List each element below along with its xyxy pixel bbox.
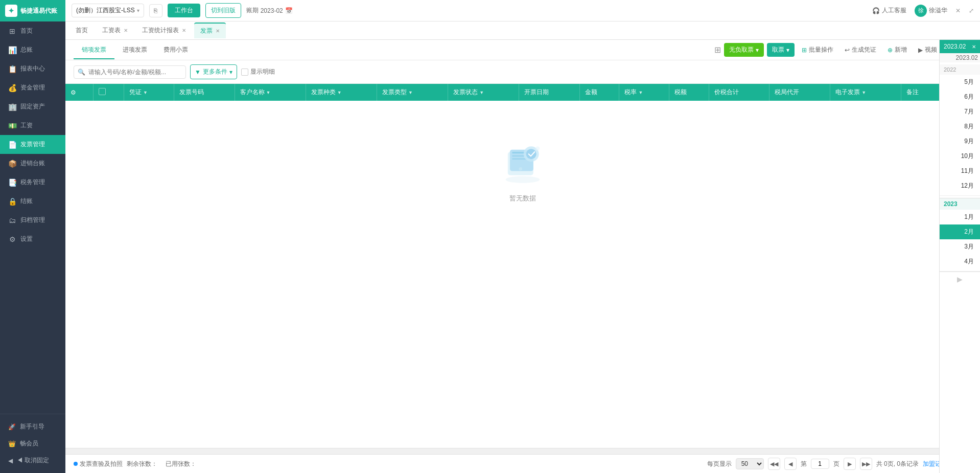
th-invoice-type-filter-icon[interactable]: ▼ [337,90,342,95]
search-toolbar: 🔍 ▼ 更多条件 ▾ 显示明细 [65,60,980,84]
sidebar-item-tax[interactable]: 📑 税务管理 [0,173,65,192]
video-button[interactable]: ▶ 视频 [914,43,941,56]
user-info[interactable]: 徐 徐溢华 [915,5,947,17]
month-2022-6[interactable]: 6月 [940,89,980,104]
close-date-panel-icon[interactable]: ✕ [972,44,976,50]
th-customer-filter-icon[interactable]: ▼ [266,90,271,95]
next-page-button[interactable]: ▶ [844,458,856,470]
take-ticket-button[interactable]: 取票 ▾ [767,43,795,57]
search-input[interactable] [74,65,186,79]
tab-home[interactable]: 首页 [69,23,94,38]
month-2023-1[interactable]: 1月 [940,210,980,224]
table-select-all-checkbox[interactable] [99,88,106,95]
horizontal-scrollbar[interactable] [65,448,980,454]
th-invoice-status-filter-icon[interactable]: ▼ [479,90,484,95]
prev-page-button[interactable]: ◀ [784,458,797,470]
first-page-button[interactable]: ◀◀ [768,458,780,470]
year-2023-section: 2023 1月 2月 3月 4月 [940,196,980,272]
sidebar-label-ledger: 总账 [20,46,33,54]
company-name: (勿删）江西股宝-LSS [76,6,135,15]
month-2022-10[interactable]: 10月 [940,149,980,164]
show-detail-toggle[interactable]: 显示明细 [241,67,275,76]
closing-icon: 🔒 [8,197,16,206]
th-tax: 税额 [669,84,709,101]
grid-view-icon[interactable]: ⊞ [714,45,721,55]
sidebar-label-funds: 资金管理 [20,83,45,92]
sidebar-item-purchase[interactable]: 📦 进销台账 [0,154,65,173]
no-cancel-ticket-button[interactable]: 无负取票 ▾ [724,43,764,57]
workspace-button[interactable]: 工作台 [168,4,200,17]
sidebar-item-home[interactable]: ⊞ 首页 [0,21,65,40]
tab-invoices-label: 发票 [200,27,213,35]
support-button[interactable]: 🎧 人工客服 [872,6,906,15]
sidebar-item-collapse[interactable]: ◀ ◀ 取消固定 [0,452,65,469]
funds-icon: 💰 [8,84,16,92]
sidebar-item-salary[interactable]: 💵 工资 [0,116,65,135]
date-panel-collapse[interactable]: ▶ [940,272,980,286]
page-size-select[interactable]: 10 20 50 100 [736,458,764,469]
search-icon: 🔍 [78,69,85,76]
invoice-table: ⚙ 凭证 ▼ 发票号码 [65,84,980,101]
month-2022-11[interactable]: 11月 [940,164,980,178]
switch-version-button[interactable]: 切到旧版 [205,3,241,18]
month-2023-2[interactable]: 2月 [940,224,980,239]
svg-point-0 [506,176,540,183]
th-tax-rate-filter-icon[interactable]: ▼ [638,90,643,95]
tab-invoices[interactable]: 发票 ✕ [194,22,226,38]
copy-icon-inner: ⎘ [154,7,157,14]
sidebar-item-assets[interactable]: 🏢 固定资产 [0,97,65,116]
sidebar-item-member[interactable]: 👑 畅会员 [0,435,65,452]
sidebar-item-funds[interactable]: 💰 资金管理 [0,78,65,97]
th-tax-total-label: 价税合计 [714,88,739,96]
date-panel-header[interactable]: 2023.02 ✕ [940,40,980,53]
sidebar-item-invoices[interactable]: 📄 发票管理 [0,135,65,154]
copy-button[interactable]: ⎘ [149,4,162,17]
th-amount: 金额 [580,84,619,101]
batch-op-button[interactable]: ⊞ 批量操作 [798,43,837,56]
no-cancel-chevron-icon: ▾ [756,47,759,54]
th-invoice-category-filter-icon[interactable]: ▼ [408,90,413,95]
generate-voucher-button[interactable]: ↩ 生成凭证 [841,43,880,56]
last-page-button[interactable]: ▶▶ [860,458,872,470]
th-invoice-status: 发票状态 ▼ [448,84,519,101]
sub-tab-purchase[interactable]: 进项发票 [114,41,155,59]
th-remark: 备注 [901,84,941,101]
close-window-button[interactable]: ✕ [955,7,961,14]
expand-window-button[interactable]: ⤢ [969,7,974,14]
th-e-invoice-filter-icon[interactable]: ▼ [861,90,866,95]
sidebar-item-closing[interactable]: 🔒 结账 [0,192,65,211]
new-button[interactable]: ⊕ 新增 [883,43,911,56]
tab-invoices-close-icon[interactable]: ✕ [216,28,220,34]
sidebar-item-archive[interactable]: 🗂 归档管理 [0,211,65,230]
page-number-input[interactable] [811,459,829,469]
month-2022-12[interactable]: 12月 [940,178,980,193]
month-2022-8[interactable]: 8月 [940,119,980,134]
month-2022-7[interactable]: 7月 [940,104,980,119]
sidebar-item-guide[interactable]: 🚀 新手引导 [0,418,65,435]
tab-salary-table[interactable]: 工资表 ✕ [96,23,134,38]
date-panel-period1: 2023.02 [944,43,966,50]
filter-button[interactable]: ▼ 更多条件 ▾ [190,64,237,79]
tab-salary-stats[interactable]: 工资统计报表 ✕ [136,23,192,38]
page-size-prefix: 每页显示 [707,460,732,468]
sub-tab-sales[interactable]: 销项发票 [74,41,114,59]
month-2022-9[interactable]: 9月 [940,134,980,149]
show-detail-checkbox[interactable] [241,69,248,76]
th-settings: ⚙ [65,84,93,101]
month-2023-4[interactable]: 4月 [940,254,980,269]
verify-label-wrap: 发票查验及拍照 [74,460,123,468]
sidebar-label-guide: 新手引导 [20,422,44,431]
sub-tab-expense[interactable]: 费用小票 [155,41,196,59]
month-2022-5[interactable]: 5月 [940,75,980,89]
sidebar-item-settings[interactable]: ⚙ 设置 [0,230,65,249]
company-selector[interactable]: (勿删）江西股宝-LSS ▾ [72,4,144,17]
remaining-label: 剩余张数： [127,460,157,468]
sidebar-item-reports[interactable]: 📋 报表中心 [0,59,65,78]
month-2023-3[interactable]: 3月 [940,239,980,254]
th-settings-icon[interactable]: ⚙ [71,89,76,96]
tab-salary-table-close-icon[interactable]: ✕ [124,28,128,33]
video-label: 视频 [925,46,937,54]
sidebar-item-ledger[interactable]: 📊 总账 [0,40,65,59]
tab-salary-stats-close-icon[interactable]: ✕ [182,28,186,33]
th-voucher-filter-icon[interactable]: ▼ [143,90,148,95]
